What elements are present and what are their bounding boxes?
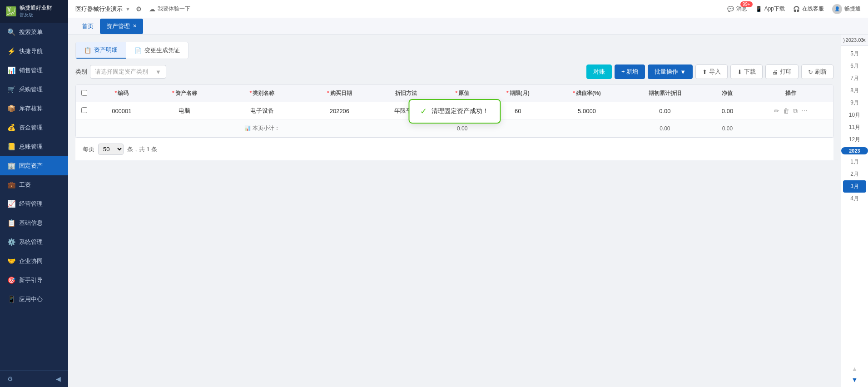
timeline-down-icon[interactable]: ▼ (850, 374, 860, 385)
row-checkbox-cell (76, 102, 93, 120)
timeline-month-12[interactable]: 12月 (841, 134, 868, 146)
sidebar-item-label: 库存核算 (19, 104, 43, 113)
sidebar-item-search[interactable]: 🔍 搜索菜单 (0, 23, 68, 42)
sidebar-item-appcenter[interactable]: 📱 应用中心 (0, 290, 68, 309)
row-net-value: 0.00 (706, 102, 749, 120)
pagination: 每页 50 100 200 条，共 1 条 (75, 138, 833, 160)
subtotal-initial-depreciation: 0.00 (624, 120, 706, 137)
sub-tabs: 📋 资产明细 📄 变更生成凭证 (75, 42, 188, 59)
sidebar-item-guide[interactable]: 🎯 新手引导 (0, 271, 68, 290)
company-selector[interactable]: 医疗器械行业演示 ▼ (75, 5, 130, 13)
sidebar-item-label: 销售管理 (19, 66, 43, 74)
sidebar-item-label: 企业协同 (19, 257, 43, 265)
tab-close-icon[interactable]: ✕ (133, 23, 137, 29)
tab-home[interactable]: 首页 (75, 19, 100, 34)
sidebar: 💹 畅捷通好业财 普及版 🔍 搜索菜单 ⚡ 快捷导航 📊 销售管理 🛒 采购管理… (0, 0, 68, 387)
search-icon: 🔍 (7, 28, 15, 36)
sidebar-item-fixedasset[interactable]: 🏢 固定资产 (0, 156, 68, 175)
cooperation-icon: 🤝 (7, 257, 15, 265)
sidebar-item-label: 经营管理 (19, 200, 43, 208)
sidebar-item-ledger[interactable]: 📒 总账管理 (0, 137, 68, 156)
print-button[interactable]: 🖨 打印 (765, 64, 799, 79)
timeline-bottom: ▲ ▼ (841, 362, 868, 387)
export-button[interactable]: ⬆ 导入 (695, 64, 728, 79)
timeline-month-10[interactable]: 10月 (841, 109, 868, 121)
messages-badge: 99+ (740, 1, 753, 7)
experience-button[interactable]: ☁ 我要体验一下 (149, 5, 190, 13)
sidebar-item-cooperation[interactable]: 🤝 企业协同 (0, 252, 68, 271)
category-select[interactable]: 请选择固定资产类别 ▼ (90, 65, 166, 79)
timeline-month-3-current[interactable]: 3月 (843, 180, 866, 193)
copy-icon[interactable]: ⧉ (793, 107, 798, 115)
sidebar-item-label: 固定资产 (19, 162, 43, 170)
per-page-select[interactable]: 50 100 200 (98, 144, 124, 155)
timeline-month-4[interactable]: 4月 (841, 193, 868, 205)
company-arrow-icon: ▼ (125, 6, 130, 12)
settings-icon[interactable]: ⚙ (7, 375, 13, 382)
sub-tab-change-voucher-label: 变更生成凭证 (144, 46, 180, 55)
tab-asset-mgmt[interactable]: 资产管理 ✕ (100, 19, 143, 34)
reconcile-button[interactable]: 对账 (586, 64, 612, 79)
new-button[interactable]: + 新增 (615, 64, 645, 79)
app-download-button[interactable]: 📱 App下载 (755, 5, 785, 13)
batch-ops-button[interactable]: 批量操作 ▼ (648, 64, 693, 79)
export-label: 导入 (709, 68, 721, 76)
toast-check-icon: ✓ (420, 106, 427, 116)
timeline-month-1[interactable]: 1月 (841, 156, 868, 168)
sidebar-item-sales[interactable]: 📊 销售管理 (0, 61, 68, 80)
refresh-button[interactable]: ↻ 刷新 (801, 64, 833, 79)
timeline-month-8[interactable]: 8月 (841, 84, 868, 97)
print-icon: 🖨 (772, 69, 778, 75)
sidebar-item-system[interactable]: ⚙️ 系统管理 (0, 233, 68, 252)
sidebar-item-label: 总账管理 (19, 143, 43, 151)
sub-tab-asset-detail[interactable]: 📋 资产明细 (76, 42, 126, 59)
download-icon: ⬇ (737, 69, 742, 75)
more-icon[interactable]: ⋯ (801, 107, 808, 115)
messages-button[interactable]: 💬 消息 99+ (727, 5, 747, 13)
delete-icon[interactable]: 🗑 (783, 107, 789, 115)
sidebar-item-label: 搜索菜单 (19, 28, 43, 36)
user-menu[interactable]: 👤 畅捷通 (832, 4, 861, 14)
gear-icon[interactable]: ⚙ (136, 5, 142, 13)
sidebar-item-operations[interactable]: 📈 经营管理 (0, 194, 68, 213)
category-filter: 类别 请选择固定资产类别 ▼ (75, 65, 166, 79)
timeline-month-11[interactable]: 11月 (841, 121, 868, 134)
edit-icon[interactable]: ✏ (774, 107, 779, 115)
row-initial-depreciation: 0.00 (624, 102, 706, 120)
sidebar-item-basicinfo[interactable]: 📋 基础信息 (0, 213, 68, 233)
batch-ops-arrow-icon: ▼ (680, 69, 686, 75)
online-service-button[interactable]: 🎧 在线客服 (793, 5, 824, 13)
action-icons: ✏ 🗑 ⧉ ⋯ (754, 107, 828, 115)
sidebar-item-label: 资金管理 (19, 124, 43, 132)
username-label: 畅捷通 (844, 5, 861, 13)
select-all-checkbox[interactable] (81, 90, 87, 96)
timeline-month-6[interactable]: 6月 (841, 60, 868, 72)
sidebar-item-quicknav[interactable]: ⚡ 快捷导航 (0, 42, 68, 61)
timeline-month-5[interactable]: 5月 (841, 48, 868, 60)
timeline-collapse-icon[interactable]: ⟩ (843, 37, 845, 44)
sub-tab-change-voucher[interactable]: 📄 变更生成凭证 (126, 42, 188, 59)
guide-icon: 🎯 (7, 276, 15, 284)
sidebar-item-label: 工资 (19, 181, 31, 189)
th-checkbox (76, 85, 93, 102)
sidebar-item-capital[interactable]: 💰 资金管理 (0, 118, 68, 137)
toolbar-right: 对账 + 新增 批量操作 ▼ ⬆ 导入 ⬇ 下载 🖨 (586, 64, 833, 79)
sidebar-item-inventory[interactable]: 📦 库存核算 (0, 99, 68, 118)
row-checkbox[interactable] (81, 107, 87, 113)
th-net-value: 净值 (706, 85, 749, 102)
sidebar-item-wage[interactable]: 💼 工资 (0, 175, 68, 194)
tab-home-label: 首页 (82, 22, 94, 30)
download-button[interactable]: ⬇ 下载 (730, 64, 763, 79)
timeline-month-7[interactable]: 7月 (841, 72, 868, 84)
th-name: *资产名称 (151, 85, 218, 102)
sidebar-menu: 🔍 搜索菜单 ⚡ 快捷导航 📊 销售管理 🛒 采购管理 📦 库存核算 💰 资金管… (0, 23, 68, 370)
timeline-close-icon[interactable]: ✕ (862, 37, 866, 44)
category-dropdown-arrow: ▼ (155, 69, 161, 75)
category-label: 类别 (75, 68, 87, 76)
collapse-icon[interactable]: ◀ (56, 375, 61, 382)
timeline-month-9[interactable]: 9月 (841, 97, 868, 109)
timeline-month-2[interactable]: 2月 (841, 168, 868, 180)
sidebar-item-purchase[interactable]: 🛒 采购管理 (0, 80, 68, 99)
row-category: 电子设备 (218, 102, 306, 120)
topbar-right: 💬 消息 99+ 📱 App下载 🎧 在线客服 👤 畅捷通 (727, 4, 861, 14)
